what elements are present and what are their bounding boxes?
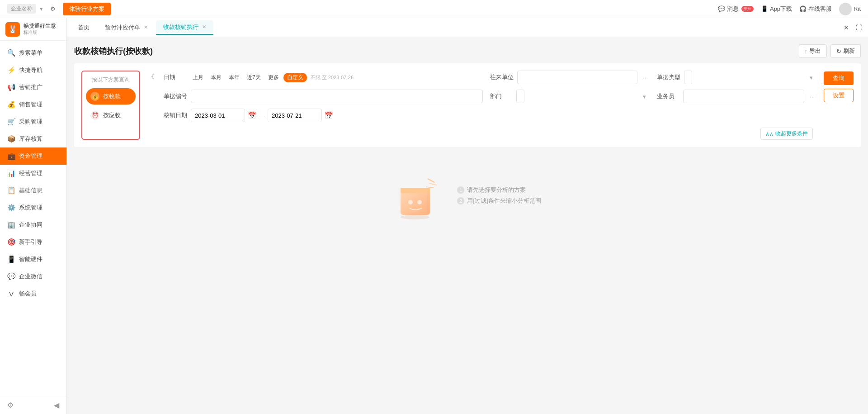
date-this-month[interactable]: 本月 [208, 73, 224, 82]
sidebar-label-wechat: 企业微信 [19, 272, 42, 281]
date-custom-badge[interactable]: 自定义 [283, 73, 307, 82]
online-service-action[interactable]: 🎧 在线客服 [799, 5, 832, 13]
quick-nav-icon: ⚡ [7, 66, 15, 74]
refresh-button[interactable]: ↻ 刷新 [830, 44, 861, 58]
app-download-action[interactable]: 📱 App下载 [761, 5, 792, 13]
member-icon: V [7, 290, 15, 298]
tab-prepay[interactable]: 预付冲应付单 ✕ [98, 20, 155, 35]
empty-text-area: 1 请先选择要分析的方案 2 用[过滤]条件来缩小分析范围 [457, 186, 541, 208]
date-7days[interactable]: 近7天 [244, 73, 264, 82]
bill-type-field: 单据类型 [657, 71, 816, 84]
filter-row-3: 核销日期 📅 — 📅 [164, 109, 816, 122]
sidebar-item-enterprise[interactable]: 🏢 企业协同 [0, 216, 66, 233]
tab-home[interactable]: 首页 [71, 20, 97, 35]
industry-button[interactable]: 体验行业方案 [63, 3, 111, 15]
collapse-sidebar-icon[interactable]: ◀ [54, 401, 59, 409]
brand-edition: 标准版 [24, 29, 56, 36]
writeoff-date-end-input[interactable] [268, 109, 322, 122]
collapse-filter-icon[interactable]: 《 [147, 72, 156, 82]
writeoff-date-start-input[interactable] [191, 109, 245, 122]
sidebar-item-sales[interactable]: 💰 销售管理 [0, 96, 66, 113]
department-field: 部门 [490, 90, 650, 103]
staff-ellipsis-icon[interactable]: ··· [808, 93, 816, 100]
counterparty-label: 往来单位 [490, 73, 514, 81]
hint-text-2: 用[过滤]条件来缩小分析范围 [467, 197, 541, 205]
content-area: 首页 预付冲应付单 ✕ 收款核销执行 ✕ ✕ ⛶ 收款核销执行(按收款) [67, 18, 868, 414]
expand-tab-icon[interactable]: ⛶ [854, 22, 864, 33]
close-tab-icon[interactable]: ✕ [841, 22, 852, 33]
filter-option-receipt[interactable]: 💰 按收款 [86, 88, 136, 105]
department-select[interactable] [516, 90, 524, 103]
settings-footer-icon[interactable]: ⚙ [7, 401, 14, 409]
export-button[interactable]: ↑ 导出 [799, 44, 827, 58]
receipt-filter-icon: 💰 [90, 92, 99, 101]
sidebar-item-guide[interactable]: 🎯 新手引导 [0, 233, 66, 251]
user-area[interactable]: Rit [839, 3, 861, 15]
tab-prepay-label: 预付冲应付单 [105, 24, 140, 32]
svg-line-4 [428, 179, 434, 182]
sidebar-item-marketing[interactable]: 📢 营销推广 [0, 79, 66, 96]
tab-collection-label: 收款核销执行 [163, 23, 198, 31]
right-action-buttons: 查询 设置 [824, 71, 854, 102]
date-this-year[interactable]: 本年 [226, 73, 242, 82]
sidebar-item-system[interactable]: ⚙️ 系统管理 [0, 199, 66, 216]
tab-bar: 首页 预付冲应付单 ✕ 收款核销执行 ✕ ✕ ⛶ [67, 18, 868, 37]
sidebar-item-basic[interactable]: 📋 基础信息 [0, 182, 66, 199]
refresh-icon: ↻ [836, 48, 841, 55]
hint-number-1: 1 [457, 186, 464, 194]
bill-no-input[interactable] [191, 90, 483, 103]
empty-illustration [394, 174, 439, 219]
counterparty-input[interactable] [517, 71, 637, 84]
query-button[interactable]: 查询 [824, 71, 854, 85]
search-panel: 按以下方案查询 💰 按收款 ⏰ 按应收 《 [74, 63, 861, 147]
app-icon: 📱 [761, 5, 768, 12]
tab-home-label: 首页 [78, 24, 90, 32]
sidebar-label-operation: 经营管理 [19, 169, 42, 177]
date-field: 日期 上月 本月 本年 近7天 更多 自定义 不限 至 2023-07-26 [164, 73, 483, 82]
staff-input[interactable] [683, 90, 804, 103]
brand-dropdown-icon[interactable]: ▾ [40, 5, 43, 12]
date-range: 📅 — 📅 [191, 109, 333, 122]
date-shortcuts: 上月 本月 本年 近7天 更多 自定义 不限 至 2023-07-26 [190, 73, 483, 82]
sidebar-item-purchase[interactable]: 🛒 采购管理 [0, 113, 66, 130]
tab-collection[interactable]: 收款核销执行 ✕ [156, 20, 213, 35]
empty-state: 1 请先选择要分析的方案 2 用[过滤]条件来缩小分析范围 [74, 147, 861, 247]
more-conditions-button[interactable]: ∧∧ 收起更多条件 [760, 128, 813, 140]
header-right: 💬 消息 99+ 📱 App下载 🎧 在线客服 Rit [718, 3, 861, 15]
top-header: 企业名称 ▾ ⚙ 体验行业方案 💬 消息 99+ 📱 App下载 🎧 在线客服 … [0, 0, 868, 18]
svg-line-6 [426, 187, 434, 188]
message-label: 消息 [727, 5, 739, 13]
bill-type-select[interactable] [684, 71, 692, 84]
header-left: 企业名称 ▾ ⚙ 体验行业方案 [7, 3, 713, 15]
sidebar-item-member[interactable]: V 畅会员 [0, 285, 66, 302]
user-name: Rit [854, 5, 861, 12]
system-icon: ⚙️ [7, 204, 15, 212]
filter-option-receivable[interactable]: ⏰ 按应收 [86, 107, 136, 124]
sidebar-item-hardware[interactable]: 📱 智能硬件 [0, 251, 66, 268]
department-label: 部门 [490, 92, 513, 100]
date-more[interactable]: 更多 [265, 73, 282, 82]
counterparty-ellipsis-icon[interactable]: ··· [641, 74, 650, 81]
counterparty-field: 往来单位 ··· [490, 71, 650, 84]
sidebar-item-finance[interactable]: 💼 资金管理 [0, 148, 66, 165]
sidebar-item-inventory[interactable]: 📦 库存核算 [0, 130, 66, 148]
message-icon: 💬 [718, 5, 725, 12]
settings-icon[interactable]: ⚙ [47, 3, 59, 15]
writeoff-date-label: 核销日期 [164, 111, 187, 119]
sidebar-item-quick[interactable]: ⚡ 快捷导航 [0, 62, 66, 79]
sidebar-item-wechat[interactable]: 💬 企业微信 [0, 268, 66, 285]
tab-prepay-close[interactable]: ✕ [144, 24, 148, 30]
department-select-wrap [516, 90, 650, 103]
date-last-month[interactable]: 上月 [190, 73, 206, 82]
sidebar-item-search[interactable]: 🔍 搜索菜单 [0, 44, 66, 62]
svg-rect-0 [401, 190, 430, 215]
message-action[interactable]: 💬 消息 99+ [718, 5, 754, 13]
tab-collection-close[interactable]: ✕ [202, 24, 206, 30]
calendar-end-icon[interactable]: 📅 [325, 111, 333, 119]
filter-form: 日期 上月 本月 本年 近7天 更多 自定义 不限 至 2023-07-26 [164, 71, 816, 140]
calendar-start-icon[interactable]: 📅 [248, 111, 256, 119]
sidebar-item-operation[interactable]: 📊 经营管理 [0, 165, 66, 182]
operation-icon: 📊 [7, 169, 15, 177]
export-icon: ↑ [805, 48, 808, 55]
setting-button[interactable]: 设置 [824, 89, 854, 102]
